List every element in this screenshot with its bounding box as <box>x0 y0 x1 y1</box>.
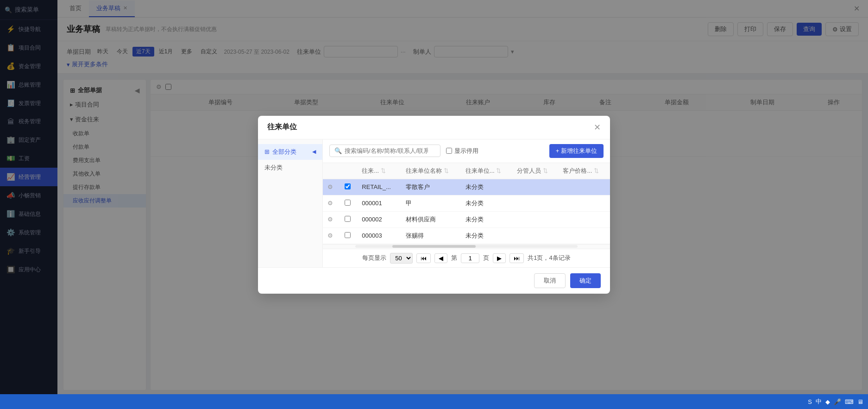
row-category: 未分类 <box>461 227 513 244</box>
dialog-page-last[interactable]: ⏭ <box>509 253 524 263</box>
row-name: 张赐得 <box>401 227 461 244</box>
row-category: 未分类 <box>461 211 513 227</box>
row-name: 甲 <box>401 195 461 211</box>
dialog-header: 往来单位 ✕ <box>258 116 610 139</box>
dialog-search-box[interactable]: 🔍 <box>329 145 440 157</box>
dialog-cat-uncategorized[interactable]: 未分类 <box>258 160 322 176</box>
dialog-page-next[interactable]: ▶ <box>493 253 506 263</box>
partner-dialog: 往来单位 ✕ ⊞ 全部分类 ◀ 未分类 🔍 <box>258 116 610 294</box>
dialog-search-icon: 🔍 <box>334 147 342 154</box>
row-manager <box>512 179 558 195</box>
row-manager <box>512 227 558 244</box>
row-name: 材料供应商 <box>401 211 461 227</box>
dialog-overlay[interactable]: 往来单位 ✕ ⊞ 全部分类 ◀ 未分类 🔍 <box>0 0 868 409</box>
dialog-per-page-select[interactable]: 50 <box>390 253 413 264</box>
taskbar-lang[interactable]: 中 <box>816 397 822 406</box>
taskbar-s: S <box>808 398 812 405</box>
dialog-page-first[interactable]: ⏮ <box>416 253 431 263</box>
taskbar-keyboard[interactable]: ⌨ <box>845 398 854 405</box>
dialog-total-text: 共1页，4条记录 <box>528 254 570 262</box>
row-code: 000002 <box>357 211 401 227</box>
row-price <box>558 211 610 227</box>
dialog-category-panel: ⊞ 全部分类 ◀ 未分类 <box>258 139 323 267</box>
dialog-cancel-button[interactable]: 取消 <box>534 273 566 288</box>
collapse-cat-icon[interactable]: ◀ <box>312 149 316 155</box>
taskbar-mic[interactable]: 🎤 <box>834 398 841 405</box>
dialog-body: ⊞ 全部分类 ◀ 未分类 🔍 显示停用 <box>258 139 610 267</box>
row-code: 000001 <box>357 195 401 211</box>
dialog-cat-all[interactable]: ⊞ 全部分类 ◀ <box>258 144 322 160</box>
dialog-per-page-label: 每页显示 <box>362 254 386 262</box>
row-price <box>558 179 610 195</box>
row-settings[interactable]: ⚙ <box>323 195 340 211</box>
dialog-page-prev[interactable]: ◀ <box>434 253 447 263</box>
dialog-search-row: 🔍 显示停用 + 新增往来单位 <box>323 139 610 163</box>
dialog-footer: 取消 确定 <box>258 267 610 294</box>
row-code: RETAIL_... <box>357 179 401 195</box>
taskbar-diamond: ◆ <box>825 398 830 405</box>
dialog-table-row[interactable]: ⚙ 000003 张赐得 未分类 <box>323 227 610 244</box>
row-checkbox[interactable] <box>340 179 358 195</box>
dialog-col-分管人员: 分管人员 ⇅ <box>512 163 558 179</box>
row-settings[interactable]: ⚙ <box>323 211 340 227</box>
row-category: 未分类 <box>461 179 513 195</box>
dialog-page-input[interactable] <box>461 253 479 263</box>
dialog-table-row[interactable]: ⚙ 000001 甲 未分类 <box>323 195 610 211</box>
grid-icon-cat: ⊞ <box>264 148 270 155</box>
row-checkbox[interactable] <box>340 227 358 244</box>
dialog-title: 往来单位 <box>267 122 297 132</box>
row-category: 未分类 <box>461 195 513 211</box>
row-settings[interactable]: ⚙ <box>323 179 340 195</box>
dialog-col-往来单位名称: 往来单位名称 ⇅ <box>401 163 461 179</box>
row-checkbox[interactable] <box>340 195 358 211</box>
add-partner-button[interactable]: + 新增往来单位 <box>549 144 604 158</box>
dialog-pagination: 每页显示 50 ⏮ ◀ 第 页 ▶ ⏭ 共1页，4条记录 <box>323 249 610 267</box>
taskbar: S 中 ◆ 🎤 ⌨ 🖥 <box>0 394 868 409</box>
dialog-col-往来...: 往来... ⇅ <box>357 163 401 179</box>
row-code: 000003 <box>357 227 401 244</box>
dialog-col-往来单位...: 往来单位... ⇅ <box>461 163 513 179</box>
show-disabled-checkbox[interactable] <box>446 148 452 154</box>
dialog-col-客户价格...: 客户价格... ⇅ <box>558 163 610 179</box>
dialog-page-label: 页 <box>483 254 489 262</box>
dialog-table-wrapper: 往来... ⇅往来单位名称 ⇅往来单位... ⇅分管人员 ⇅客户价格... ⇅ … <box>323 163 610 244</box>
dialog-col- <box>323 163 340 179</box>
row-checkbox[interactable] <box>340 211 358 227</box>
row-settings[interactable]: ⚙ <box>323 227 340 244</box>
dialog-search-input[interactable] <box>345 147 428 154</box>
taskbar-monitor: 🖥 <box>857 398 863 405</box>
dialog-col- <box>340 163 358 179</box>
dialog-right-content: 🔍 显示停用 + 新增往来单位 往来... ⇅往来单位名称 ⇅往来单位... ⇅… <box>323 139 610 267</box>
row-manager <box>512 195 558 211</box>
row-price <box>558 195 610 211</box>
row-name: 零散客户 <box>401 179 461 195</box>
dialog-partner-table: 往来... ⇅往来单位名称 ⇅往来单位... ⇅分管人员 ⇅客户价格... ⇅ … <box>323 163 610 244</box>
dialog-confirm-button[interactable]: 确定 <box>570 273 601 288</box>
dialog-table-row[interactable]: ⚙ 000002 材料供应商 未分类 <box>323 211 610 227</box>
show-disabled-label[interactable]: 显示停用 <box>446 147 478 155</box>
row-manager <box>512 211 558 227</box>
dialog-close-btn[interactable]: ✕ <box>594 122 601 132</box>
row-price <box>558 227 610 244</box>
dialog-table-row[interactable]: ⚙ RETAIL_... 零散客户 未分类 <box>323 179 610 195</box>
